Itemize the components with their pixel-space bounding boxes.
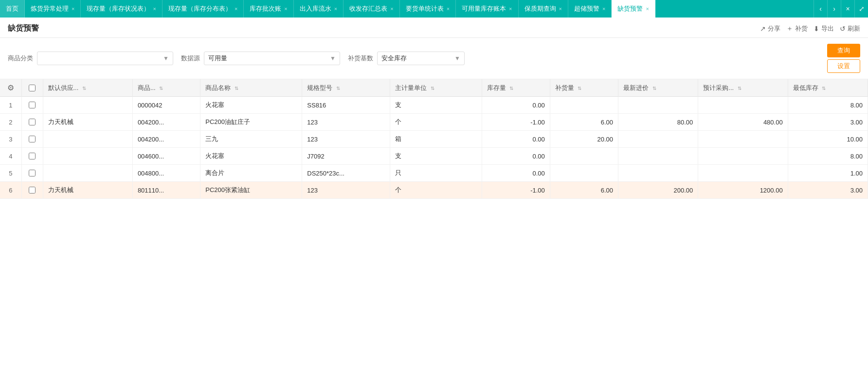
export-button[interactable]: ⬇ 导出: [814, 24, 834, 33]
col-min-stock-label: 最低库存: [793, 84, 818, 91]
row-index-2: 2: [0, 114, 21, 131]
nav-item-expiry-query[interactable]: 保质期查询 ×: [519, 0, 568, 18]
nav-item-abnormal[interactable]: 炼货异常处理 ×: [25, 0, 81, 18]
close-icon-shortage[interactable]: ×: [646, 6, 649, 12]
col-product-code-label: 商品...: [138, 84, 156, 91]
col-spec[interactable]: 规格型号 ⇅: [302, 79, 390, 97]
replenish-label: 补货: [795, 24, 808, 33]
col-replenish-label: 补货量: [555, 84, 574, 91]
gear-icon[interactable]: ⚙: [7, 83, 14, 92]
col-est-purchase[interactable]: 预计采购... ⇅: [698, 79, 788, 97]
row-min-stock-5: 1.00: [788, 165, 868, 182]
col-unit-sort-icon: ⇅: [431, 86, 434, 91]
settings-button[interactable]: 设置: [827, 59, 860, 73]
nav-item-home[interactable]: 首页: [0, 0, 25, 18]
row-checkbox-3[interactable]: [21, 131, 43, 148]
row-spec-3: 123: [302, 131, 390, 148]
nav-label-receive-summary: 收发存汇总表: [349, 4, 387, 13]
nav-item-available-ledger[interactable]: 可用量库存账本 ×: [456, 0, 518, 18]
row-latest-price-6: 200.00: [618, 182, 698, 199]
row-product-name-3: 三九: [200, 131, 302, 148]
close-icon-receive-summary[interactable]: ×: [390, 6, 393, 12]
col-unit[interactable]: 主计量单位 ⇅: [390, 79, 482, 97]
row-select-checkbox-3[interactable]: [29, 136, 36, 142]
close-icon-abnormal[interactable]: ×: [72, 6, 74, 12]
table-container: ⚙ 默认供应... ⇅ 商品... ⇅: [0, 79, 868, 199]
row-min-stock-2: 3.00: [788, 114, 868, 131]
col-stock-label: 库存量: [487, 84, 506, 91]
close-icon-available-ledger[interactable]: ×: [509, 6, 512, 12]
nav-expand-btn[interactable]: ⤢: [854, 0, 868, 18]
row-latest-price-1: [618, 97, 698, 114]
col-product-code[interactable]: 商品... ⇅: [132, 79, 200, 97]
close-icon-purchase-stats[interactable]: ×: [447, 6, 450, 12]
nav-item-batch-account[interactable]: 库存批次账 ×: [244, 0, 293, 18]
close-icon-overstock[interactable]: ×: [602, 6, 605, 12]
col-product-name[interactable]: 商品名称 ⇅: [200, 79, 302, 97]
nav-item-inout-flow[interactable]: 出入库流水 ×: [294, 0, 344, 18]
col-min-stock[interactable]: 最低库存 ⇅: [788, 79, 868, 97]
col-supplier-sort-icon: ⇅: [82, 86, 86, 91]
share-button[interactable]: ↗ 分享: [760, 24, 780, 33]
refresh-button[interactable]: ↺ 刷新: [840, 24, 860, 33]
row-select-checkbox-1[interactable]: [29, 102, 36, 108]
col-est-purchase-label: 预计采购...: [703, 84, 734, 91]
row-select-checkbox-2[interactable]: [29, 119, 36, 125]
col-product-name-label: 商品名称: [205, 84, 231, 91]
query-button[interactable]: 查询: [827, 44, 860, 57]
replenish-base-select[interactable]: 安全库存 ▼: [377, 52, 465, 65]
row-select-checkbox-6[interactable]: [29, 187, 36, 194]
nav-arrow-right[interactable]: ›: [827, 0, 841, 18]
select-all-checkbox[interactable]: [29, 85, 36, 91]
col-latest-price[interactable]: 最新进价 ⇅: [618, 79, 698, 97]
col-gear[interactable]: ⚙: [0, 79, 21, 97]
nav-item-purchase-stats[interactable]: 要货单统计表 ×: [400, 0, 456, 18]
row-checkbox-5[interactable]: [21, 165, 43, 182]
close-icon-inout-flow[interactable]: ×: [334, 6, 337, 12]
col-stock[interactable]: 库存量 ⇅: [482, 79, 550, 97]
row-select-checkbox-4[interactable]: [29, 153, 36, 159]
row-latest-price-4: [618, 148, 698, 165]
nav-item-inventory-status[interactable]: 现存量（库存状况表） ×: [81, 0, 162, 18]
replenish-button[interactable]: ＋ 补货: [786, 24, 808, 33]
nav-label-overstock: 超储预警: [574, 4, 599, 13]
row-select-checkbox-5[interactable]: [29, 170, 36, 176]
nav-close-btn[interactable]: ×: [841, 0, 854, 18]
top-navigation: 首页 炼货异常处理 × 现存量（库存状况表） × 现存量（库存分布表） × 库存…: [0, 0, 868, 18]
nav-label-expiry-query: 保质期查询: [524, 4, 556, 13]
col-latest-price-sort-icon: ⇅: [652, 86, 656, 91]
row-replenish-2: 6.00: [550, 114, 618, 131]
row-checkbox-2[interactable]: [21, 114, 43, 131]
row-checkbox-1[interactable]: [21, 97, 43, 114]
row-product-name-5: 离合片: [200, 165, 302, 182]
nav-label-inout-flow: 出入库流水: [300, 4, 331, 13]
nav-arrow-left[interactable]: ‹: [814, 0, 827, 18]
nav-item-overstock[interactable]: 超储预警 ×: [568, 0, 612, 18]
row-supplier-2: 力天机械: [43, 114, 132, 131]
row-checkbox-6[interactable]: [21, 182, 43, 199]
close-icon-batch-account[interactable]: ×: [284, 6, 287, 12]
filter-group-datasource: 数据源 可用量 ▼: [181, 52, 340, 65]
row-index-1: 1: [0, 97, 21, 114]
close-icon-expiry-query[interactable]: ×: [559, 6, 562, 12]
nav-item-shortage[interactable]: 缺货预警 ×: [612, 0, 655, 18]
category-label: 商品分类: [8, 54, 33, 63]
row-latest-price-2: 80.00: [618, 114, 698, 131]
close-icon-inventory-dist[interactable]: ×: [235, 6, 237, 12]
col-product-name-sort-icon: ⇅: [235, 86, 238, 91]
nav-item-receive-summary[interactable]: 收发存汇总表 ×: [344, 0, 399, 18]
row-checkbox-4[interactable]: [21, 148, 43, 165]
col-supplier[interactable]: 默认供应... ⇅: [43, 79, 132, 97]
datasource-select[interactable]: 可用量 ▼: [204, 52, 340, 65]
replenish-base-select-value: 安全库存: [381, 54, 454, 63]
row-est-purchase-6: 1200.00: [698, 182, 788, 199]
row-unit-4: 支: [390, 148, 482, 165]
header-actions: ↗ 分享 ＋ 补货 ⬇ 导出 ↺ 刷新: [760, 24, 860, 33]
row-supplier-5: [43, 165, 132, 182]
nav-item-inventory-dist[interactable]: 现存量（库存分布表） ×: [163, 0, 244, 18]
close-icon-inventory-status[interactable]: ×: [153, 6, 156, 12]
col-min-stock-sort-icon: ⇅: [822, 86, 826, 91]
category-select[interactable]: ▼: [37, 52, 173, 65]
col-replenish[interactable]: 补货量 ⇅: [550, 79, 618, 97]
nav-label-shortage: 缺货预警: [617, 4, 643, 13]
